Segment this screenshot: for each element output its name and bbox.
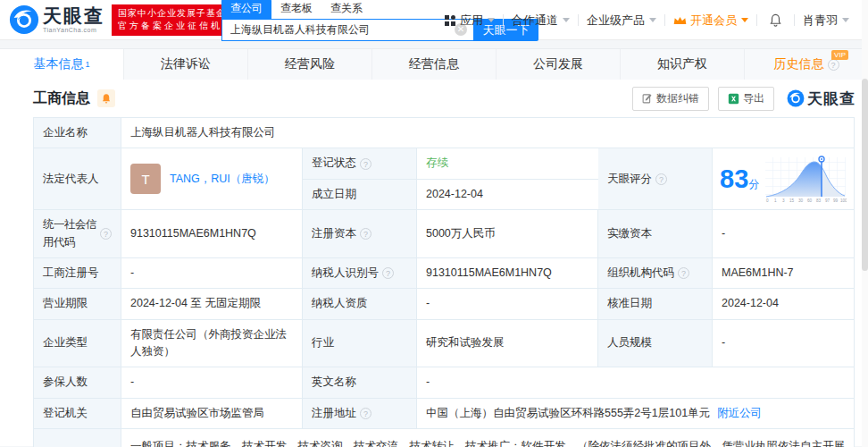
score-cell: 83分 xyxy=(713,148,854,209)
menu-enterprise-products[interactable]: 企业级产品 xyxy=(579,13,664,29)
taxpayer-quality-label: 纳税人资质 xyxy=(303,289,417,318)
score-label-cell: 天眼评分? xyxy=(598,148,713,209)
english-name-value: - xyxy=(417,367,854,397)
edit-icon xyxy=(642,93,653,104)
scrollbar-thumb[interactable] xyxy=(862,79,868,271)
crown-icon xyxy=(673,15,687,26)
chevron-down-icon xyxy=(488,18,495,22)
avatar[interactable]: T xyxy=(130,164,161,194)
svg-text:1: 1 xyxy=(774,198,777,203)
help-icon[interactable]: ? xyxy=(360,408,371,419)
reg-authority-value: 自由贸易试验区市场监管局 xyxy=(121,399,303,428)
svg-text:30: 30 xyxy=(798,198,804,203)
tab-operation-info[interactable]: 经营信息 xyxy=(372,49,497,80)
menu-apps-label: 应用 xyxy=(460,13,483,29)
search-input[interactable] xyxy=(221,19,473,41)
menu-cooperation[interactable]: 合作通道 xyxy=(504,13,578,29)
staff-size-label: 人员规模 xyxy=(598,320,713,367)
help-icon[interactable]: ? xyxy=(678,267,689,279)
table-row: 登记机关 自由贸易试验区市场监管局 注册地址? 中国（上海）自由贸易试验区环科路… xyxy=(34,399,854,429)
watermark-logo: 天眼查 xyxy=(787,89,855,109)
tab-company-development[interactable]: 公司发展 xyxy=(497,49,621,80)
tab-legal-litigation[interactable]: 法律诉讼 xyxy=(124,49,248,80)
table-row: 工商注册号 - 纳税人识别号? 91310115MAE6M1HN7Q 组织机构代… xyxy=(34,258,854,289)
paid-capital-value: - xyxy=(713,210,854,257)
user-menu[interactable]: 肖青羽 xyxy=(795,13,857,29)
menu-divider xyxy=(756,14,757,26)
reg-number-label: 工商注册号 xyxy=(34,258,121,288)
scrollbar[interactable] xyxy=(862,0,868,447)
svg-text:83: 83 xyxy=(816,198,822,203)
approve-date-label: 核准日期 xyxy=(598,289,713,318)
export-button[interactable]: 导出 xyxy=(718,87,774,111)
menu-cooperation-label: 合作通道 xyxy=(512,13,558,29)
taxpayer-quality-value: - xyxy=(417,289,598,318)
help-icon[interactable]: ? xyxy=(360,158,371,170)
search-tab-company[interactable]: 查公司 xyxy=(221,0,271,19)
legal-rep-link[interactable]: TANG，RUI（唐锐） xyxy=(170,171,275,188)
status-date-subgrid: 登记状态? 存续 成立日期 2024-12-04 xyxy=(303,148,598,209)
help-icon[interactable]: ? xyxy=(655,173,667,185)
reg-status-label-cell: 登记状态? xyxy=(303,148,417,178)
tab-basic-info[interactable]: 基本信息1 xyxy=(0,49,124,80)
tab-history-info[interactable]: 历史信息 ? VIP xyxy=(745,49,868,80)
tianyancha-watermark-icon xyxy=(787,89,805,107)
staff-size-value: - xyxy=(713,320,854,367)
search-tab-boss[interactable]: 查老板 xyxy=(271,0,321,19)
reg-capital-label: 注册资本 xyxy=(312,225,356,242)
taxpayer-id-label: 纳税人识别号 xyxy=(312,265,379,282)
menu-apps[interactable]: 应用 xyxy=(437,13,503,29)
reg-status-label: 登记状态 xyxy=(312,155,356,172)
credit-code-label: 统一社会信用代码 xyxy=(43,216,96,251)
detail-tabbar: 基本信息1 法律诉讼 经营风险 经营信息 公司发展 知识产权 历史信息 ? VI… xyxy=(0,49,868,80)
legal-rep-label: 法定代表人 xyxy=(34,148,121,209)
notifications-button[interactable] xyxy=(761,13,790,28)
help-icon[interactable]: ? xyxy=(100,228,112,240)
svg-text:15: 15 xyxy=(789,198,795,203)
table-row: 企业名称 上海纵目机器人科技有限公司 xyxy=(34,118,854,148)
company-name-value: 上海纵目机器人科技有限公司 xyxy=(121,118,854,148)
tab-label: 公司发展 xyxy=(533,56,583,72)
menu-vip-upgrade[interactable]: 开通会员 xyxy=(665,13,756,29)
apps-grid-icon xyxy=(445,15,455,26)
svg-text:97: 97 xyxy=(825,198,830,203)
tab-label: 基本信息 xyxy=(33,56,83,72)
help-icon[interactable]: ? xyxy=(828,59,839,71)
data-correction-button[interactable]: 数据纠错 xyxy=(632,87,709,111)
org-code-label: 组织机构代码 xyxy=(607,265,674,282)
svg-text:60: 60 xyxy=(807,198,813,203)
tab-operation-risk[interactable]: 经营风险 xyxy=(248,49,372,80)
english-name-label: 英文名称 xyxy=(303,367,417,397)
score-value[interactable]: 83分 xyxy=(720,159,759,199)
help-icon[interactable]: ? xyxy=(360,228,371,240)
reg-address-value: 中国（上海）自由贸易试验区环科路555弄2号1层101单元 xyxy=(426,405,710,422)
chevron-down-icon xyxy=(741,18,748,22)
industry-value: 研究和试验发展 xyxy=(417,320,598,367)
business-scope-label-cell: 经营范围? xyxy=(34,429,121,447)
tab-intellectual-property[interactable]: 知识产权 xyxy=(621,49,745,80)
tianyancha-logo[interactable]: 天眼查 TianYanCha.com xyxy=(9,4,104,35)
approve-date-value: 2024-12-04 xyxy=(713,289,854,318)
search-tab-relation[interactable]: 查关系 xyxy=(321,0,371,19)
establish-date-label: 成立日期 xyxy=(303,180,417,209)
data-correction-label: 数据纠错 xyxy=(656,91,699,106)
monitor-bell-button[interactable] xyxy=(97,89,115,107)
credit-code-label-cell: 统一社会信用代码? xyxy=(34,210,121,257)
insured-value: - xyxy=(121,367,303,397)
tab-count: 1 xyxy=(85,60,89,69)
taxpayer-id-label-cell: 纳税人识别号? xyxy=(303,258,417,288)
business-scope-value: 一般项目：技术服务、技术开发、技术咨询、技术交流、技术转让、技术推广；软件开发。… xyxy=(121,429,854,447)
nearby-companies-link[interactable]: 附近公司 xyxy=(717,405,762,422)
svg-text:3: 3 xyxy=(782,198,785,203)
org-code-value: MAE6M1HN-7 xyxy=(713,258,854,288)
table-row: 经营范围? 一般项目：技术服务、技术开发、技术咨询、技术交流、技术转让、技术推广… xyxy=(34,429,854,447)
top-header: 天眼查 TianYanCha.com 国家中小企业发展子基金旗下 官方备案企业征… xyxy=(0,0,868,40)
svg-text:100: 100 xyxy=(840,198,847,203)
watermark-text: 天眼查 xyxy=(807,89,855,109)
help-icon[interactable]: ? xyxy=(382,267,394,279)
company-type-label: 企业类型 xyxy=(34,320,121,367)
tab-label: 经营风险 xyxy=(285,56,335,72)
company-name-label: 企业名称 xyxy=(34,118,121,148)
top-menu: 应用 合作通道 企业级产品 开通会员 肖青羽 xyxy=(437,0,857,40)
reg-number-value: - xyxy=(121,258,303,288)
